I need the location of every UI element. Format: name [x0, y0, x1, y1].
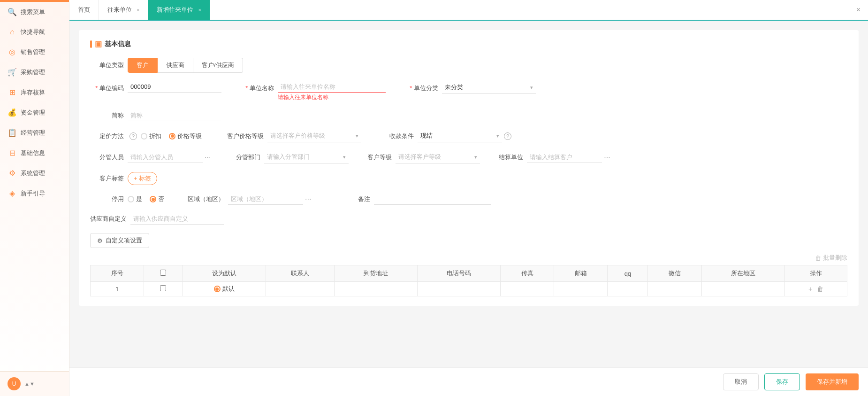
- disabled-no-radio: [150, 196, 156, 202]
- remark-label: 备注: [336, 195, 374, 203]
- sidebar-item-new-guide[interactable]: ◈ 新手引导: [0, 183, 69, 203]
- dept-placeholder: 请输入分管部门: [267, 153, 310, 161]
- row-contact: [266, 282, 334, 296]
- basic-info-icon: ⊟: [8, 148, 17, 157]
- unit-name-input[interactable]: [278, 81, 386, 93]
- tab-new-partner-label: 新增往来单位: [157, 6, 193, 14]
- btn-customer[interactable]: 客户: [128, 58, 158, 73]
- sidebar-item-operations[interactable]: 📋 经营管理: [0, 123, 69, 143]
- cancel-button[interactable]: 取消: [723, 373, 759, 390]
- tab-home[interactable]: 首页: [69, 0, 99, 20]
- sidebar-item-label: 采购管理: [21, 68, 45, 77]
- btn-both[interactable]: 客户/供应商: [193, 58, 243, 73]
- sidebar-item-system-mgmt[interactable]: ⚙ 系统管理: [0, 163, 69, 183]
- unit-code-name-row: * 单位编码 * 单位名称 请输入往来单位名称 * 单位分类: [90, 81, 847, 101]
- payment-terms-value: 现结: [420, 132, 433, 140]
- footer-area: 取消 保存 保存并新增: [69, 367, 868, 396]
- row-seq: 1: [91, 282, 144, 296]
- sidebar-item-basic-info[interactable]: ⊟ 基础信息: [0, 143, 69, 163]
- manager-row: 分管人员 ··· 分管部门 请输入分管部门 ▾ 客户等级 请选择客户等级 ▾ 结…: [90, 151, 847, 163]
- save-new-button[interactable]: 保存并新增: [806, 373, 859, 390]
- section-title-text: 基本信息: [105, 40, 131, 48]
- col-default: 设为默认: [183, 265, 266, 282]
- sidebar-item-purchase-mgmt[interactable]: 🛒 采购管理: [0, 62, 69, 82]
- tab-partners-close[interactable]: ×: [137, 7, 139, 13]
- supplier-custom-row: 供应商自定义: [90, 213, 847, 225]
- payment-terms-chevron: ▾: [496, 133, 499, 139]
- tab-new-partner[interactable]: 新增往来单位 ×: [148, 0, 210, 20]
- sidebar-item-inventory[interactable]: ⊞ 库存核算: [0, 82, 69, 102]
- abbr-input[interactable]: [128, 110, 221, 121]
- batch-delete-area: 🗑 批量删除: [90, 254, 847, 262]
- purchase-icon: 🛒: [8, 68, 17, 77]
- sidebar-item-quick-nav[interactable]: ⌂ 快捷导航: [0, 22, 69, 42]
- settlement-input[interactable]: [527, 152, 602, 163]
- tab-new-partner-close[interactable]: ×: [198, 7, 201, 13]
- col-contact: 联系人: [266, 265, 334, 282]
- row-add-icon[interactable]: +: [807, 285, 814, 293]
- disabled-no-label: 否: [158, 195, 164, 203]
- customer-price-chevron: ▾: [356, 133, 358, 139]
- select-all-checkbox[interactable]: [160, 270, 166, 276]
- sidebar-item-label: 基础信息: [21, 149, 45, 157]
- manager-label: 分管人员: [90, 153, 128, 162]
- unit-code-input[interactable]: [128, 81, 221, 93]
- sidebar-item-sales-mgmt[interactable]: ◎ 销售管理: [0, 42, 69, 62]
- customer-level-select[interactable]: 请选择客户等级 ▾: [396, 151, 480, 163]
- region-input[interactable]: [228, 194, 303, 205]
- row-phone: [417, 282, 500, 296]
- customer-price-level-select[interactable]: 请选择客户价格等级 ▾: [267, 130, 361, 142]
- content-area: ▣ 基本信息 单位类型 客户 供应商 客户/供应商 * 单位编码: [69, 21, 868, 367]
- manager-input[interactable]: [128, 152, 203, 163]
- unit-category-label: * 单位分类: [404, 81, 442, 93]
- sidebar-search-label: 搜索菜单: [21, 8, 45, 16]
- disabled-no-option[interactable]: 否: [150, 195, 164, 203]
- save-button[interactable]: 保存: [764, 373, 800, 390]
- sidebar-search[interactable]: 🔍 搜索菜单: [0, 2, 69, 22]
- sidebar-bottom: U ▲▼: [0, 371, 69, 396]
- btn-supplier[interactable]: 供应商: [158, 58, 193, 73]
- customer-tag-row: 客户标签 + 标签: [90, 172, 847, 185]
- row-region: [701, 282, 784, 296]
- row-select-checkbox[interactable]: [160, 285, 166, 291]
- row-email: [554, 282, 608, 296]
- unit-category-value: 未分类: [445, 83, 463, 92]
- title-bar-decoration: [90, 40, 92, 48]
- pricing-discount-option[interactable]: 折扣: [141, 132, 161, 140]
- sidebar-item-label: 经营管理: [21, 129, 45, 137]
- pricing-level-option[interactable]: 价格等级: [169, 132, 202, 140]
- sidebar: 🔍 搜索菜单 ⌂ 快捷导航 ◎ 销售管理 🛒 采购管理 ⊞ 库存核算 💰 资金管…: [0, 0, 69, 396]
- table-header-row: 序号 设为默认 联系人 到货地址 电话号码 传真 邮箱 qq 微信 所在地区 操…: [91, 265, 847, 282]
- pricing-help-icon[interactable]: ?: [129, 132, 137, 140]
- add-tag-button[interactable]: + 标签: [128, 172, 157, 185]
- manager-more-btn[interactable]: ···: [203, 153, 213, 162]
- tab-partners-label: 往来单位: [107, 6, 132, 14]
- sidebar-item-finance[interactable]: 💰 资金管理: [0, 102, 69, 123]
- dept-select[interactable]: 请输入分管部门 ▾: [264, 151, 349, 163]
- col-email: 邮箱: [554, 265, 608, 282]
- payment-help-icon[interactable]: ?: [504, 132, 511, 140]
- global-close-button[interactable]: ×: [849, 0, 868, 20]
- settlement-label: 结算单位: [494, 153, 527, 162]
- region-more-btn[interactable]: ···: [303, 195, 313, 203]
- disabled-yes-option[interactable]: 是: [128, 195, 142, 203]
- remark-input[interactable]: [374, 194, 491, 205]
- disabled-region-row: 停用 是 否 区域（地区） ··· 备注: [90, 194, 847, 205]
- row-qq: [608, 282, 648, 296]
- payment-terms-select[interactable]: 现结 ▾: [418, 130, 502, 142]
- unit-category-select[interactable]: 未分类 ▾: [442, 81, 536, 94]
- sales-icon: ◎: [8, 47, 17, 56]
- table-row: 1 默认: [91, 282, 847, 296]
- operations-icon: 📋: [8, 128, 17, 137]
- batch-delete-label[interactable]: 批量删除: [823, 254, 847, 262]
- system-icon: ⚙: [8, 169, 17, 178]
- basic-info-card: ▣ 基本信息 单位类型 客户 供应商 客户/供应商 * 单位编码: [79, 30, 859, 306]
- row-default-radio[interactable]: 默认: [187, 285, 262, 293]
- supplier-custom-input[interactable]: [130, 213, 224, 225]
- row-delete-icon[interactable]: 🗑: [815, 285, 825, 293]
- custom-settings-button[interactable]: ⚙ 自定义项设置: [90, 233, 149, 248]
- tab-partners[interactable]: 往来单位 ×: [99, 0, 148, 20]
- pricing-discount-radio: [141, 133, 147, 140]
- supplier-custom-label: 供应商自定义: [90, 215, 130, 223]
- settlement-more-btn[interactable]: ···: [602, 153, 612, 162]
